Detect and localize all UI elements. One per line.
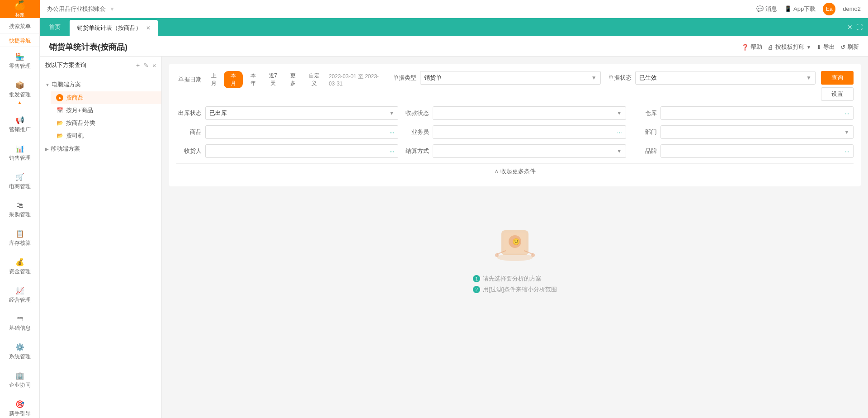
product-dots[interactable]: ··· bbox=[389, 129, 394, 136]
receiver-dots[interactable]: ··· bbox=[389, 148, 394, 155]
top-header: 办公用品行业模拟账套 ▼ 💬 消息 📱 App下载 Ea demo2 bbox=[40, 0, 868, 18]
sidebar-search[interactable]: 搜索菜单 bbox=[0, 18, 39, 33]
date-this-year[interactable]: 本年 bbox=[245, 71, 261, 88]
product-select[interactable]: ··· bbox=[205, 125, 398, 139]
help-button[interactable]: ❓ 帮助 bbox=[741, 43, 762, 51]
filter-panel-title: 按以下方案查询 bbox=[45, 61, 86, 69]
template-print-button[interactable]: 🖨 按模板打印 ▼ bbox=[768, 43, 811, 51]
date-custom[interactable]: 自定义 bbox=[303, 71, 325, 88]
header-msg-btn[interactable]: 💬 消息 bbox=[756, 5, 777, 13]
sidebar-item-newbie[interactable]: 🎯 新手引导 bbox=[0, 394, 39, 418]
doc-type-select[interactable]: 销货单 ▼ bbox=[420, 71, 600, 85]
page-title: 销货单统计表(按商品) bbox=[49, 42, 127, 52]
tree-item-by-cashier[interactable]: 📂 按司机 bbox=[51, 129, 161, 142]
sidebar-item-ecommerce[interactable]: 🛒 电商管理 bbox=[0, 167, 39, 196]
inventory-icon: 📋 bbox=[15, 229, 24, 238]
settlement-arrow: ▼ bbox=[617, 148, 622, 154]
filter-salesperson: 业务员 ··· bbox=[404, 125, 626, 139]
tab-sales-stats[interactable]: 销货单统计表（按商品） ✕ bbox=[70, 20, 158, 36]
salesperson-select[interactable]: ··· bbox=[433, 125, 626, 139]
empty-tips: 1 请先选择要分析的方案 2 用[过滤]条件来缩小分析范围 bbox=[473, 275, 557, 296]
receiver-label: 收货人 bbox=[176, 147, 202, 155]
doc-status-arrow: ▼ bbox=[806, 75, 811, 81]
sidebar-item-wholesale[interactable]: 📦 批发管理 ▲ bbox=[0, 76, 39, 110]
sidebar-quick-nav[interactable]: 快捷导航 bbox=[0, 33, 39, 47]
tab-close-icon[interactable]: ✕ bbox=[146, 25, 151, 31]
repo-select[interactable]: ··· bbox=[660, 106, 854, 120]
brand-dots[interactable]: ··· bbox=[844, 148, 849, 155]
department-label: 部门 bbox=[632, 128, 657, 136]
payment-select[interactable]: ▼ bbox=[433, 106, 626, 120]
sidebar-item-purchase[interactable]: 🛍 采购管理 bbox=[0, 196, 39, 224]
collapse-bar[interactable]: ∧ 收起更多条件 bbox=[176, 163, 854, 179]
logo-icon: 🍊 bbox=[14, 0, 25, 11]
settlement-select[interactable]: ▼ bbox=[433, 144, 626, 158]
date-more[interactable]: 更多 bbox=[285, 71, 302, 88]
settings-button[interactable]: 设置 bbox=[821, 87, 854, 101]
tree-item-by-product[interactable]: ● 按商品 bbox=[51, 91, 161, 104]
sidebar-item-system[interactable]: ⚙️ 系统管理 bbox=[0, 337, 39, 366]
logo-text: 标账 bbox=[15, 12, 24, 18]
sidebar-item-inventory[interactable]: 📋 库存核算 bbox=[0, 224, 39, 252]
tip-item-1: 1 请先选择要分析的方案 bbox=[473, 275, 557, 283]
wholesale-icon: 📦 bbox=[15, 81, 24, 90]
sidebar-item-operation[interactable]: 📈 经营管理 bbox=[0, 281, 39, 309]
department-select[interactable]: ▼ bbox=[660, 125, 854, 139]
filter-tree: ▼ 电脑端方案 ● 按商品 📅 按月+商品 📂 bbox=[40, 74, 161, 159]
date-last-month[interactable]: 上月 bbox=[205, 71, 222, 88]
app-icon: 📱 bbox=[784, 5, 792, 12]
sales-icon: 📊 bbox=[15, 144, 24, 153]
breadcrumb-arrow[interactable]: ▼ bbox=[109, 6, 115, 12]
tree-item-by-product-category[interactable]: 📂 按商品分类 bbox=[51, 117, 161, 129]
sidebar-item-marketing[interactable]: 📢 营销推广 bbox=[0, 110, 39, 139]
filter-row-4: 收货人 ··· 结算方式 ▼ 品牌 bbox=[176, 144, 854, 158]
doc-status-select[interactable]: 已生效 ▼ bbox=[635, 71, 816, 85]
date-last-7[interactable]: 近7天 bbox=[263, 71, 283, 88]
user-avatar[interactable]: Ea bbox=[823, 3, 835, 15]
collapse-panel-icon[interactable]: « bbox=[152, 62, 156, 69]
add-scheme-icon[interactable]: + bbox=[136, 62, 140, 69]
tab-expand-icon[interactable]: ⛶ bbox=[856, 24, 863, 31]
filter-settlement: 结算方式 ▼ bbox=[404, 144, 626, 158]
breadcrumb-area: 办公用品行业模拟账套 ▼ bbox=[47, 5, 751, 13]
sidebar-item-enterprise[interactable]: 🏢 企业协同 bbox=[0, 366, 39, 394]
date-this-month[interactable]: 本月 bbox=[224, 71, 242, 88]
salesperson-dots[interactable]: ··· bbox=[617, 129, 622, 136]
sidebar-item-basic[interactable]: 🗃 基础信息 bbox=[0, 309, 39, 337]
tree-item-by-month-product[interactable]: 📅 按月+商品 bbox=[51, 104, 161, 117]
sidebar-item-finance[interactable]: 💰 资金管理 bbox=[0, 252, 39, 281]
calendar-icon: 📅 bbox=[56, 107, 63, 114]
salesperson-label: 业务员 bbox=[404, 128, 429, 136]
filter-brand: 品牌 ··· bbox=[632, 144, 854, 158]
warehouse-select[interactable]: 已出库 ▼ bbox=[205, 106, 398, 120]
sidebar: 🍊 标账 搜索菜单 快捷导航 🏪 零售管理 📦 批发管理 ▲ 📢 营销推广 📊 … bbox=[0, 0, 40, 418]
filter-receiver: 收货人 ··· bbox=[176, 144, 398, 158]
empty-svg: 😕 bbox=[488, 219, 542, 264]
filter-warehouse: 出库状态 已出库 ▼ bbox=[176, 106, 398, 120]
department-arrow: ▼ bbox=[844, 129, 849, 135]
tree-desktop-header[interactable]: ▼ 电脑端方案 bbox=[40, 78, 161, 91]
filter-repo: 仓库 ··· bbox=[632, 106, 854, 120]
enterprise-icon: 🏢 bbox=[15, 371, 24, 380]
query-button[interactable]: 查询 bbox=[821, 71, 854, 85]
export-button[interactable]: ⬇ 导出 bbox=[816, 43, 835, 51]
repo-dots[interactable]: ··· bbox=[844, 110, 849, 117]
tab-home[interactable]: 首页 bbox=[40, 18, 70, 36]
tip-num-1: 1 bbox=[473, 275, 480, 282]
active-dot: ● bbox=[56, 94, 63, 101]
brand-select[interactable]: ··· bbox=[660, 144, 854, 158]
username[interactable]: demo2 bbox=[843, 5, 861, 12]
edit-scheme-icon[interactable]: ✎ bbox=[143, 62, 149, 69]
sidebar-item-retail[interactable]: 🏪 零售管理 bbox=[0, 47, 39, 76]
refresh-button[interactable]: ↺ 刷新 bbox=[840, 43, 859, 51]
receiver-select[interactable]: ··· bbox=[205, 144, 398, 158]
header-app-btn[interactable]: 📱 App下载 bbox=[784, 5, 816, 13]
marketing-icon: 📢 bbox=[15, 116, 24, 124]
svg-point-7 bbox=[495, 253, 499, 257]
sidebar-item-sales[interactable]: 📊 销售管理 bbox=[0, 139, 39, 167]
filter-panel-header: 按以下方案查询 + ✎ « bbox=[40, 57, 161, 74]
ecommerce-icon: 🛒 bbox=[15, 173, 24, 181]
tree-mobile-header[interactable]: ▶ 移动端方案 bbox=[40, 142, 161, 156]
finance-icon: 💰 bbox=[15, 258, 24, 266]
tab-close-all-icon[interactable]: ✕ bbox=[847, 24, 853, 31]
